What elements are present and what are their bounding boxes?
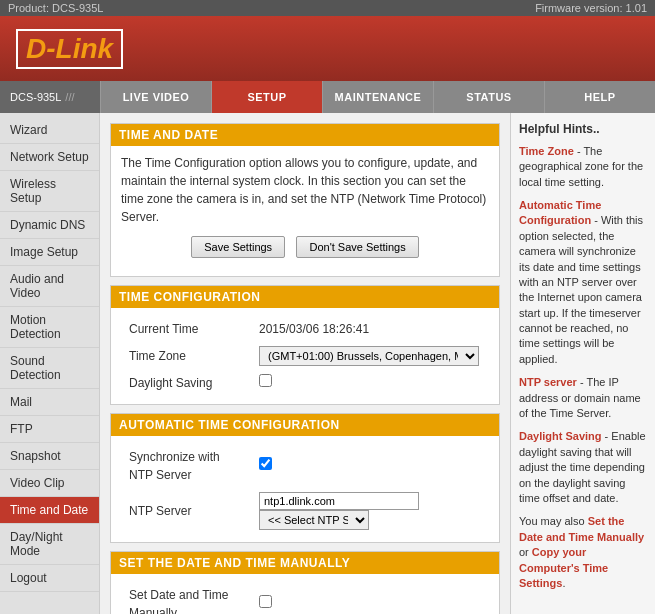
sync-ntp-row: Synchronize with NTP Server (121, 444, 489, 488)
hints-auto-time: Automatic Time Configuration - With this… (519, 198, 647, 367)
sidebar-item-network-setup[interactable]: Network Setup (0, 144, 99, 171)
current-time-label: Current Time (121, 316, 251, 342)
daylight-cell (251, 370, 489, 396)
sidebar-item-video-clip[interactable]: Video Clip (0, 470, 99, 497)
top-bar: Product: DCS-935L Firmware version: 1.01 (0, 0, 655, 16)
logo-d: D (26, 33, 46, 64)
sidebar-item-ftp[interactable]: FTP (0, 416, 99, 443)
daylight-row: Daylight Saving (121, 370, 489, 396)
current-time-row: Current Time 2015/03/06 18:26:41 (121, 316, 489, 342)
save-settings-top-button[interactable]: Save Settings (191, 236, 285, 258)
current-time-value: 2015/03/06 18:26:41 (251, 316, 489, 342)
sync-ntp-label: Synchronize with NTP Server (121, 444, 251, 488)
select-ntp-server[interactable]: << Select NTP Server (259, 510, 369, 530)
header: D-Link (0, 16, 655, 81)
tab-maintenance[interactable]: Maintenance (322, 81, 433, 113)
nav-product-slashes: /// (65, 91, 74, 103)
sidebar-item-motion-detection[interactable]: Motion Detection (0, 307, 99, 348)
sidebar-item-mail[interactable]: Mail (0, 389, 99, 416)
auto-time-table: Synchronize with NTP Server NTP Server <… (121, 444, 489, 534)
sidebar-item-sound-detection[interactable]: Sound Detection (0, 348, 99, 389)
hints-extra-text: You may also Set the Date and Time Manua… (519, 515, 644, 589)
hints-title: Helpful Hints.. (519, 121, 647, 138)
content-area: TIME AND DATE The Time Configuration opt… (100, 113, 510, 614)
nav-tabs: Live Video Setup Maintenance Status Help (100, 81, 655, 113)
manual-date-label: Set Date and Time Manually (121, 582, 251, 614)
main-layout: Wizard Network Setup Wireless Setup Dyna… (0, 113, 655, 614)
hints-timezone-heading: Time Zone (519, 145, 574, 157)
time-config-table: Current Time 2015/03/06 18:26:41 Time Zo… (121, 316, 489, 396)
sidebar-item-snapshot[interactable]: Snapshot (0, 443, 99, 470)
hints-ntp-heading: NTP server (519, 376, 577, 388)
top-button-row: Save Settings Don't Save Settings (121, 226, 489, 268)
hints-auto-time-text: - With this option selected, the camera … (519, 214, 643, 365)
sync-ntp-cell (251, 444, 489, 488)
time-zone-select[interactable]: (GMT+01:00) Brussels, Copenhagen, Madrid… (259, 346, 479, 366)
hints-panel: Helpful Hints.. Time Zone - The geograph… (510, 113, 655, 614)
auto-time-header: AUTOMATIC TIME CONFIGURATION (111, 414, 499, 436)
logo: D-Link (16, 29, 123, 69)
auto-time-section: AUTOMATIC TIME CONFIGURATION Synchronize… (110, 413, 500, 543)
manual-time-table: Set Date and Time Manually (121, 582, 489, 614)
time-date-intro: The Time Configuration option allows you… (111, 146, 499, 276)
sidebar-item-dynamic-dns[interactable]: Dynamic DNS (0, 212, 99, 239)
time-zone-cell: (GMT+01:00) Brussels, Copenhagen, Madrid… (251, 342, 489, 370)
sidebar-item-audio-video[interactable]: Audio and Video (0, 266, 99, 307)
time-zone-row: Time Zone (GMT+01:00) Brussels, Copenhag… (121, 342, 489, 370)
daylight-label: Daylight Saving (121, 370, 251, 396)
time-config-header: TIME CONFIGURATION (111, 286, 499, 308)
time-config-body: Current Time 2015/03/06 18:26:41 Time Zo… (111, 308, 499, 404)
sidebar-item-day-night[interactable]: Day/Night Mode (0, 524, 99, 565)
hints-extra: You may also Set the Date and Time Manua… (519, 514, 647, 591)
sidebar-item-image-setup[interactable]: Image Setup (0, 239, 99, 266)
tab-help[interactable]: Help (544, 81, 655, 113)
logo-link: Link (56, 33, 114, 64)
dont-save-top-button[interactable]: Don't Save Settings (296, 236, 418, 258)
ntp-server-input[interactable] (259, 492, 419, 510)
manual-time-header: SET THE DATE AND TIME MANUALLY (111, 552, 499, 574)
nav-bar: DCS-935L /// Live Video Setup Maintenanc… (0, 81, 655, 113)
nav-product-name: DCS-935L (10, 91, 61, 103)
sync-ntp-checkbox[interactable] (259, 457, 272, 470)
auto-time-body: Synchronize with NTP Server NTP Server <… (111, 436, 499, 542)
logo-dash: - (46, 33, 55, 64)
tab-live-video[interactable]: Live Video (100, 81, 211, 113)
hints-timezone: Time Zone - The geographical zone for th… (519, 144, 647, 190)
sidebar: Wizard Network Setup Wireless Setup Dyna… (0, 113, 100, 614)
time-date-header: TIME AND DATE (111, 124, 499, 146)
manual-time-body: Set Date and Time Manually (111, 574, 499, 614)
sidebar-item-wireless-setup[interactable]: Wireless Setup (0, 171, 99, 212)
hints-ntp-server: NTP server - The IP address or domain na… (519, 375, 647, 421)
hints-daylight-heading: Daylight Saving (519, 430, 602, 442)
manual-date-cell (251, 582, 489, 614)
tab-status[interactable]: Status (433, 81, 544, 113)
manual-date-row: Set Date and Time Manually (121, 582, 489, 614)
time-zone-label: Time Zone (121, 342, 251, 370)
tab-setup[interactable]: Setup (211, 81, 322, 113)
sidebar-item-time-date[interactable]: Time and Date (0, 497, 99, 524)
intro-text: The Time Configuration option allows you… (121, 154, 489, 226)
manual-date-checkbox[interactable] (259, 595, 272, 608)
nav-product: DCS-935L /// (0, 81, 100, 113)
time-date-section: TIME AND DATE The Time Configuration opt… (110, 123, 500, 277)
sidebar-item-wizard[interactable]: Wizard (0, 117, 99, 144)
manual-time-section: SET THE DATE AND TIME MANUALLY Set Date … (110, 551, 500, 614)
ntp-server-label: NTP Server (121, 488, 251, 534)
hints-daylight: Daylight Saving - Enable daylight saving… (519, 429, 647, 506)
sidebar-item-logout[interactable]: Logout (0, 565, 99, 592)
time-config-section: TIME CONFIGURATION Current Time 2015/03/… (110, 285, 500, 405)
hints-auto-time-heading: Automatic Time Configuration (519, 199, 601, 226)
product-label: Product: DCS-935L (8, 2, 103, 14)
ntp-server-row: NTP Server << Select NTP Server (121, 488, 489, 534)
ntp-server-cell: << Select NTP Server (251, 488, 489, 534)
firmware-label: Firmware version: 1.01 (535, 2, 647, 14)
daylight-checkbox[interactable] (259, 374, 272, 387)
